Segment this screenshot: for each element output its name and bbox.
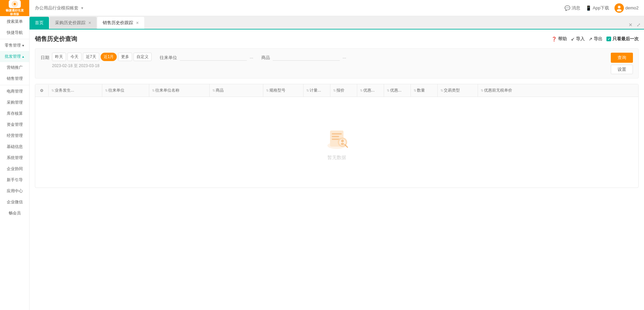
date-btn-yesterday[interactable]: 昨天: [52, 53, 66, 61]
th-price-sort-icon: ⇅: [333, 89, 336, 92]
logo-icon: [11, 0, 19, 8]
th-unit[interactable]: ⇅ 往来单位: [102, 84, 149, 97]
app-version: 标准版: [10, 12, 19, 16]
th-spec-sort-icon: ⇅: [266, 89, 269, 92]
sidebar-item-purchase[interactable]: 采购管理: [0, 97, 29, 108]
th-price-label: 报价: [336, 88, 344, 93]
sidebar-item-enterprise[interactable]: 企业协同: [0, 163, 29, 174]
sidebar-item-member[interactable]: 畅会员: [0, 208, 29, 219]
th-product[interactable]: ⇅ 商品: [210, 84, 263, 97]
date-btn-more[interactable]: 更多: [118, 53, 132, 61]
th-discount1-sort-icon: ⇅: [360, 89, 363, 92]
divider-2: [0, 85, 29, 85]
date-btn-7days[interactable]: 近7天: [83, 53, 99, 61]
sidebar-item-basic-info[interactable]: 基础信息: [0, 141, 29, 152]
help-icon: ❓: [551, 37, 557, 42]
maximize-window-button[interactable]: ⤢: [636, 22, 641, 28]
th-discount1-label: 优惠...: [363, 88, 375, 93]
sidebar-item-search[interactable]: 搜索菜单: [0, 16, 29, 27]
date-btn-today[interactable]: 今天: [67, 53, 82, 61]
help-label: 帮助: [558, 36, 567, 42]
date-range-text: 2023-02-18 至 2023-03-18: [52, 62, 152, 69]
sidebar-item-retail[interactable]: 零售管理 ▼: [0, 40, 29, 51]
window-controls: ✕ ⤢: [628, 22, 644, 29]
product-picker-button[interactable]: ...: [342, 54, 346, 59]
svg-point-1: [14, 3, 16, 5]
retail-arrow-icon: ▼: [22, 44, 25, 47]
sidebar-item-new-user[interactable]: 新手引导: [0, 174, 29, 186]
th-qty[interactable]: ⇅ 数量: [411, 84, 438, 97]
tab-home-label: 首页: [35, 20, 44, 26]
sidebar-item-quick-nav[interactable]: 快捷导航: [0, 27, 29, 38]
sidebar-item-operations[interactable]: 经营管理: [0, 130, 29, 141]
user-action[interactable]: demo2: [614, 3, 639, 13]
sidebar-item-system[interactable]: 系统管理: [0, 152, 29, 163]
sidebar-item-finance[interactable]: 资金管理: [0, 119, 29, 130]
date-btn-custom[interactable]: 自定义: [133, 53, 152, 61]
tab-purchase-history-label: 采购历史价跟踪: [55, 20, 86, 26]
only-last-checkbox[interactable]: ✓: [606, 37, 611, 41]
export-icon: ↗: [589, 37, 592, 42]
empty-icon: [323, 124, 350, 151]
import-action[interactable]: ↙ 导入: [571, 36, 585, 42]
th-unit-name[interactable]: ⇅ 往来单位名称: [149, 84, 210, 97]
app-download-action[interactable]: 📱 App下载: [586, 5, 609, 11]
close-window-button[interactable]: ✕: [628, 22, 633, 28]
sidebar-item-marketing[interactable]: 营销推广: [0, 62, 29, 73]
th-price[interactable]: ⇅ 报价: [330, 84, 357, 97]
message-icon: 💬: [565, 5, 570, 11]
tab-home[interactable]: 首页: [30, 17, 49, 29]
app-logo[interactable]: 畅捷通好生意 标准版: [0, 0, 29, 16]
product-input-group: ...: [273, 53, 346, 61]
sidebar-item-inventory[interactable]: 库存核算: [0, 108, 29, 119]
tab-sales-history-close[interactable]: ✕: [136, 21, 139, 25]
sidebar-item-enterprise-wechat[interactable]: 企业微信: [0, 197, 29, 208]
only-last-checkbox-group[interactable]: ✓ 只看最后一次: [606, 36, 639, 42]
sidebar-item-app-center[interactable]: 应用中心: [0, 186, 29, 197]
settings-button[interactable]: 设置: [611, 65, 633, 74]
date-btn-1month[interactable]: 近1月: [101, 53, 117, 61]
export-action[interactable]: ↗ 导出: [589, 36, 602, 42]
th-discount2[interactable]: ⇅ 优惠...: [384, 84, 411, 97]
th-gear[interactable]: ⚙: [35, 85, 49, 96]
sidebar-item-ecommerce[interactable]: 电商管理: [0, 86, 29, 97]
sidebar-item-wholesale[interactable]: 批发管理 ▲: [0, 51, 29, 62]
user-name: demo2: [625, 5, 639, 10]
help-action[interactable]: ❓ 帮助: [551, 36, 567, 42]
sidebar: 畅捷通好生意 标准版 搜索菜单 快捷导航 零售管理 ▼ 批发管理 ▲ 营销推广 …: [0, 0, 30, 310]
message-action[interactable]: 💬 消息: [565, 5, 580, 11]
nav-section: 搜索菜单 快捷导航 零售管理 ▼ 批发管理 ▲ 营销推广 销售管理 电商管理 采…: [0, 16, 29, 219]
tab-purchase-history-close[interactable]: ✕: [88, 21, 91, 25]
th-qty-label: 数量: [417, 88, 425, 93]
filter-row: 日期 昨天 今天 近7天 近1月 更多 自定义 2023-02-18 至 202…: [35, 48, 639, 79]
user-avatar: [614, 3, 624, 13]
th-business-date[interactable]: ⇅ 业务发生...: [49, 84, 102, 97]
svg-point-12: [341, 143, 344, 145]
export-label: 导出: [594, 36, 602, 42]
th-trade-type[interactable]: ⇅ 交易类型: [438, 84, 478, 97]
empty-text: 暂无数据: [327, 155, 346, 161]
sidebar-item-sales-mgmt[interactable]: 销售管理: [0, 73, 29, 84]
empty-state: 暂无数据: [35, 97, 638, 188]
th-measure[interactable]: ⇅ 计量...: [304, 84, 330, 97]
product-filter-label: 商品: [261, 53, 270, 61]
th-spec[interactable]: ⇅ 规格型号: [263, 84, 304, 97]
query-button[interactable]: 查询: [611, 53, 633, 63]
date-options: 昨天 今天 近7天 近1月 更多 自定义 2023-02-18 至 2023-0…: [52, 53, 152, 69]
th-pretax-price-label: 优惠前无税单价: [484, 88, 512, 93]
th-unit-name-label: 往来单位名称: [155, 88, 179, 93]
date-buttons: 昨天 今天 近7天 近1月 更多 自定义: [52, 53, 152, 61]
tab-purchase-history[interactable]: 采购历史价跟踪 ✕: [50, 17, 97, 29]
th-discount1[interactable]: ⇅ 优惠...: [357, 84, 384, 97]
table-header: ⚙ ⇅ 业务发生... ⇅ 往来单位 ⇅ 往来单位名称 ⇅ 商品: [35, 84, 638, 97]
svg-point-11: [341, 140, 344, 142]
th-pretax-price[interactable]: ⇅ 优惠前无税单价: [478, 84, 638, 97]
product-input[interactable]: [273, 53, 340, 61]
from-unit-input[interactable]: [180, 53, 247, 61]
header-dropdown-icon[interactable]: ▾: [81, 6, 83, 10]
unit-picker-button[interactable]: ...: [250, 54, 253, 59]
th-trade-type-label: 交易类型: [444, 88, 460, 93]
tab-sales-history[interactable]: 销售历史价跟踪 ✕: [97, 17, 144, 29]
page-title-actions: ❓ 帮助 ↙ 导入 ↗ 导出 ✓ 只看最后一次: [551, 36, 639, 42]
svg-rect-6: [332, 133, 342, 135]
